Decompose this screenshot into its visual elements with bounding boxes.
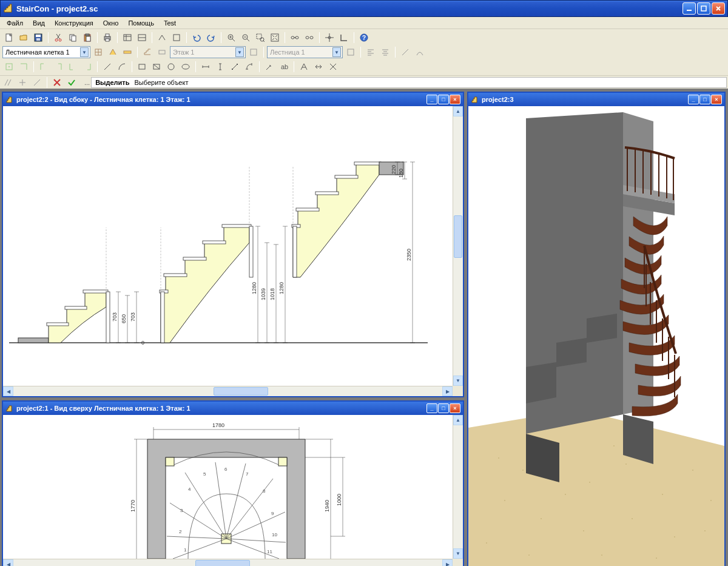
redo-button[interactable] <box>204 31 218 44</box>
new-button[interactable] <box>2 31 16 44</box>
p-2[interactable] <box>16 76 29 89</box>
r3-dim2[interactable] <box>214 60 227 73</box>
r3-3[interactable] <box>37 60 50 73</box>
menu-window[interactable]: Окно <box>99 18 123 28</box>
scroll-thumb[interactable] <box>214 387 268 396</box>
align-center-button[interactable] <box>379 45 392 59</box>
win3-minimize-button[interactable]: _ <box>688 95 699 104</box>
cut-button[interactable] <box>52 31 65 44</box>
scroll-thumb[interactable] <box>454 215 462 258</box>
tool-r2-5[interactable] <box>155 45 169 59</box>
shape-1-button[interactable] <box>399 45 412 59</box>
r3-dim3[interactable] <box>228 60 241 73</box>
ok-check-button[interactable] <box>65 76 78 89</box>
scroll-left-icon[interactable]: ◀ <box>3 386 13 396</box>
tool-btn-2[interactable] <box>135 31 149 44</box>
p-3[interactable] <box>30 76 44 89</box>
menu-file[interactable]: Файл <box>2 18 27 28</box>
cancel-x-button[interactable] <box>50 76 64 89</box>
menu-test[interactable]: Test <box>160 18 180 28</box>
window-top-titlebar[interactable]: project2:1 - Вид сверху Лестничная клетк… <box>3 402 463 415</box>
close-button[interactable] <box>712 2 725 15</box>
scroll-thumb[interactable] <box>195 560 250 566</box>
maximize-button[interactable] <box>697 2 710 15</box>
tool-btn-4[interactable] <box>170 31 183 44</box>
win1-close-button[interactable]: × <box>450 95 460 104</box>
win2-maximize-button[interactable]: □ <box>438 403 449 413</box>
top-h-scrollbar[interactable]: ◀ ▶ <box>3 559 453 566</box>
win2-minimize-button[interactable]: _ <box>426 403 437 413</box>
r3-rect[interactable] <box>135 60 149 73</box>
side-v-scrollbar[interactable]: ▲ ▼ <box>453 106 463 386</box>
scroll-right-icon[interactable]: ▶ <box>442 386 453 396</box>
minimize-button[interactable] <box>682 2 696 15</box>
help-button[interactable]: ? <box>357 31 371 44</box>
copy-button[interactable] <box>66 31 79 44</box>
win1-minimize-button[interactable]: _ <box>426 95 437 104</box>
r3-m2[interactable] <box>312 60 325 73</box>
open-button[interactable] <box>17 31 30 44</box>
tool-r2-3[interactable] <box>121 45 134 59</box>
r3-m1[interactable] <box>297 60 311 73</box>
print-button[interactable] <box>101 31 114 44</box>
r3-text[interactable]: ab <box>277 60 291 73</box>
window-3d-titlebar[interactable]: project2:3 _ □ × <box>468 93 724 106</box>
tool-r2-7[interactable] <box>344 45 357 59</box>
scroll-down-icon[interactable]: ▼ <box>453 376 463 386</box>
r3-dim1[interactable] <box>199 60 212 73</box>
zoom-fit-button[interactable] <box>268 31 281 44</box>
r3-2[interactable] <box>17 60 30 73</box>
save-button[interactable] <box>32 31 45 44</box>
menu-help[interactable]: Помощь <box>124 18 158 28</box>
r3-dim4[interactable] <box>243 60 256 73</box>
crosshair-button[interactable] <box>323 31 336 44</box>
tool-r2-4[interactable] <box>141 45 154 59</box>
tool-r2-6[interactable] <box>247 45 260 59</box>
r3-1[interactable] <box>2 60 16 73</box>
prompt-input[interactable]: Выделить Выберите объект <box>91 77 727 88</box>
stair-combo[interactable]: Лестница 1 ▼ <box>267 46 343 58</box>
p-1[interactable] <box>1 76 15 89</box>
r3-m3[interactable] <box>326 60 340 73</box>
scroll-right-icon[interactable]: ▶ <box>442 559 453 566</box>
tool-r2-1[interactable] <box>92 45 105 59</box>
scroll-up-icon[interactable]: ▲ <box>453 415 463 425</box>
scroll-up-icon[interactable]: ▲ <box>453 106 463 116</box>
zoom-in-button[interactable] <box>224 31 238 44</box>
zoom-window-button[interactable] <box>254 31 267 44</box>
menu-view[interactable]: Вид <box>29 18 49 28</box>
r3-arrow[interactable] <box>263 60 276 73</box>
side-view-canvas[interactable]: 703 650 703 0 12 <box>3 106 463 396</box>
r3-6[interactable] <box>81 60 94 73</box>
chain-on-button[interactable] <box>288 31 302 44</box>
r3-circle[interactable] <box>164 60 178 73</box>
win3-close-button[interactable]: × <box>711 95 722 104</box>
r3-ellipse[interactable] <box>179 60 192 73</box>
stairwell-combo[interactable]: Лестничная клетка 1 ▼ <box>2 46 90 58</box>
scroll-down-icon[interactable]: ▼ <box>453 548 463 559</box>
tool-btn-3[interactable] <box>155 31 169 44</box>
r3-arc[interactable] <box>115 60 129 73</box>
floor-combo[interactable]: Этаж 1 ▼ <box>170 46 246 58</box>
r3-line[interactable] <box>101 60 114 73</box>
tool-r2-2[interactable] <box>106 45 120 59</box>
zoom-out-button[interactable] <box>239 31 252 44</box>
r3-rect2[interactable] <box>150 60 163 73</box>
corner-button[interactable] <box>337 31 351 44</box>
align-left-button[interactable] <box>364 45 377 59</box>
shape-2-button[interactable] <box>413 45 426 59</box>
paste-button[interactable] <box>81 31 94 44</box>
chain-off-button[interactable] <box>303 31 316 44</box>
win1-maximize-button[interactable]: □ <box>438 95 449 104</box>
3d-view-canvas[interactable] <box>468 106 724 566</box>
r3-4[interactable] <box>52 60 65 73</box>
undo-button[interactable] <box>190 31 203 44</box>
side-h-scrollbar[interactable]: ◀ ▶ <box>3 386 453 396</box>
tool-btn-1[interactable] <box>121 31 134 44</box>
window-side-titlebar[interactable]: project2:2 - Вид сбоку - Лестничная клет… <box>3 93 463 106</box>
menu-construction[interactable]: Конструкция <box>50 18 98 28</box>
win2-close-button[interactable]: × <box>450 403 460 413</box>
top-v-scrollbar[interactable]: ▲ ▼ <box>453 415 463 559</box>
scroll-left-icon[interactable]: ◀ <box>3 559 13 566</box>
r3-5[interactable] <box>66 60 79 73</box>
